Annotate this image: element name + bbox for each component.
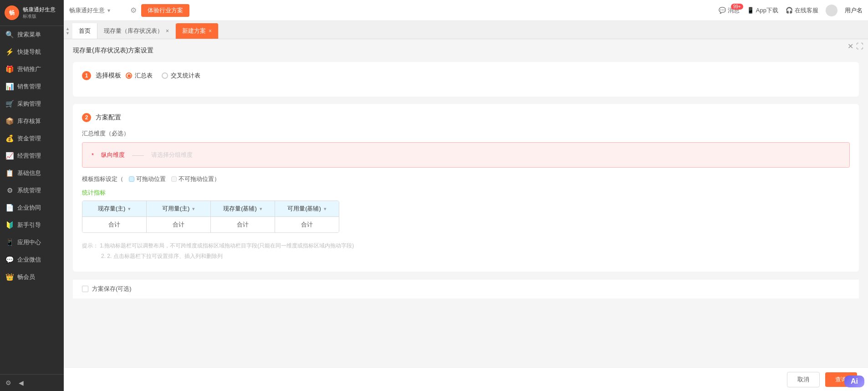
username-label[interactable]: 用户名: [845, 6, 863, 15]
sidebar-collapse-button[interactable]: ◀: [19, 379, 24, 386]
sidebar-item-marketing[interactable]: 🎁 营销推广: [0, 61, 64, 78]
sidebar-item-label: 基础信息: [17, 169, 41, 177]
stats-col-2: 现存量(基辅) ▾ 合计: [211, 201, 275, 232]
service-label: 在线客服: [795, 6, 818, 15]
sidebar-item-wechat[interactable]: 💬 企业微信: [0, 251, 64, 268]
stats-col-1-header: 可用量(主) ▾: [147, 201, 210, 217]
stats-col-1-chevron[interactable]: ▾: [192, 206, 195, 212]
save-checkbox[interactable]: [82, 286, 88, 292]
radio-cross[interactable]: 交叉统计表: [162, 72, 200, 80]
movable-dot: [129, 176, 134, 182]
brand-dropdown-arrow[interactable]: ▾: [107, 7, 110, 14]
sidebar-item-label: 营销推广: [17, 65, 41, 73]
stats-col-0: 现存量(主) ▾ 合计: [82, 201, 147, 232]
quick-nav-icon: ⚡: [5, 48, 14, 56]
ai-badge[interactable]: Ai: [844, 376, 864, 387]
brand-name: 畅康通好生意: [69, 6, 105, 15]
radio-summary-label: 汇总表: [135, 72, 153, 80]
brand-area: 畅康通好生意 ▾: [69, 6, 124, 15]
topbar-right: 💬 消息 99+ 📱 App下载 🎧 在线客服 用户名: [719, 5, 863, 16]
sidebar-item-inventory[interactable]: 📦 库存核算: [0, 113, 64, 130]
stats-col-0-chevron[interactable]: ▾: [128, 206, 131, 212]
radio-cross-label: 交叉统计表: [171, 72, 200, 80]
radio-summary[interactable]: 汇总表: [126, 72, 153, 80]
stats-label: 统计指标: [82, 189, 850, 197]
app-download-button[interactable]: 📱 App下载: [747, 6, 778, 15]
section1-header: 1 选择模板 汇总表 交叉统计表: [82, 71, 850, 80]
finance-icon: 💰: [5, 134, 14, 143]
stats-col-1-label: 可用量(主): [162, 205, 190, 213]
stats-col-2-label: 现存量(基辅): [223, 205, 257, 213]
sidebar-item-guide[interactable]: 🔰 新手引导: [0, 216, 64, 234]
tab-home-label: 首页: [79, 27, 91, 35]
tab-new-plan-label: 新建方案: [182, 27, 206, 35]
operations-icon: 📈: [5, 152, 14, 160]
sidebar-logo: 畅 畅康通好生意 标准版: [0, 0, 64, 26]
tab-new-plan[interactable]: 新建方案 ×: [176, 23, 219, 39]
stats-col-3-chevron[interactable]: ▾: [324, 206, 327, 212]
search-icon: 🔍: [5, 31, 14, 39]
basic-info-icon: 📋: [5, 169, 14, 177]
hint-2-number: 2.: [101, 253, 107, 259]
cancel-button[interactable]: 取消: [787, 372, 820, 387]
apps-icon: 📱: [5, 238, 14, 247]
expand-panel-icon[interactable]: ⛶: [856, 42, 863, 51]
save-option-row: 方案保存(可选): [73, 279, 859, 298]
radio-summary-circle: [126, 72, 132, 79]
sidebar-item-quick-nav[interactable]: ⚡ 快捷导航: [0, 43, 64, 61]
action-bar: 取消 查询: [64, 367, 868, 391]
sidebar-item-purchase[interactable]: 🛒 采购管理: [0, 95, 64, 113]
sidebar-item-label: 应用中心: [17, 238, 41, 247]
sidebar-item-label: 新手引导: [17, 221, 41, 229]
sidebar-item-basic-info[interactable]: 📋 基础信息: [0, 165, 64, 182]
app-download-label: App下载: [756, 6, 778, 15]
guide-icon: 🔰: [5, 221, 14, 229]
sidebar-item-label: 畅会员: [17, 273, 35, 281]
section-choose-template: 1 选择模板 汇总表 交叉统计表: [73, 62, 859, 97]
tab-inventory-status[interactable]: 现存量（库存状况表） ×: [97, 23, 176, 39]
stats-table-header: 现存量(主) ▾ 合计 可用量(主) ▾ 合计: [82, 201, 339, 232]
tab-new-plan-close[interactable]: ×: [209, 28, 212, 34]
dimension-box[interactable]: * 纵向维度 —— 请选择分组维度: [82, 142, 850, 168]
section2-title: 方案配置: [96, 113, 121, 122]
stats-col-0-label: 现存量(主): [98, 205, 126, 213]
app-logo-text: 畅康通好生意 标准版: [23, 6, 56, 20]
tab-scroll-up[interactable]: ▲: [64, 26, 71, 31]
template-radio-group: 汇总表 交叉统计表: [126, 72, 200, 80]
sidebar-item-vip[interactable]: 👑 畅会员: [0, 268, 64, 286]
section1-number: 1: [82, 71, 91, 80]
tab-inventory-status-close[interactable]: ×: [166, 28, 169, 34]
sidebar-item-apps[interactable]: 📱 应用中心: [0, 234, 64, 251]
sidebar-settings-button[interactable]: ⚙: [5, 379, 11, 386]
sidebar-item-label: 系统管理: [17, 186, 41, 195]
fixed-indicator: 不可拖动位置）: [171, 175, 220, 183]
sidebar-footer: ⚙ ◀: [0, 374, 64, 391]
sidebar: 畅 畅康通好生意 标准版 🔍 搜索菜单 ⚡ 快捷导航 🎁 营销推广 📊 销售管理…: [0, 0, 64, 391]
stats-col-2-chevron[interactable]: ▾: [260, 206, 262, 212]
page-title: 现存量(库存状况表)方案设置: [73, 46, 859, 55]
sidebar-item-contract[interactable]: 📄 企业协同: [0, 199, 64, 216]
tab-home[interactable]: 首页: [72, 23, 97, 39]
section2-header: 2 方案配置: [82, 113, 850, 122]
stats-col-0-value: 合计: [82, 217, 146, 232]
sidebar-item-system[interactable]: ⚙ 系统管理: [0, 182, 64, 199]
stats-col-0-header: 现存量(主) ▾: [82, 201, 146, 217]
topbar: 畅康通好生意 ▾ ⚙ 体验行业方案 💬 消息 99+ 📱 App下载 🎧 在线客…: [64, 0, 868, 21]
message-button[interactable]: 💬 消息 99+: [719, 6, 740, 15]
content-header-actions: ✕ ⛶: [843, 39, 868, 53]
purchase-icon: 🛒: [5, 100, 14, 108]
dimension-label: 汇总维度（必选）: [82, 129, 850, 138]
stats-table: 现存量(主) ▾ 合计 可用量(主) ▾ 合计: [82, 201, 339, 233]
sidebar-item-operations[interactable]: 📈 经营管理: [0, 147, 64, 165]
sidebar-item-search[interactable]: 🔍 搜索菜单: [0, 26, 64, 43]
sidebar-item-label: 经营管理: [17, 152, 41, 160]
hint-2: 2. 2. 点击标题栏下拉可设置排序、插入列和删除列: [82, 252, 850, 261]
sidebar-item-finance[interactable]: 💰 资金管理: [0, 130, 64, 147]
close-panel-icon[interactable]: ✕: [848, 42, 853, 51]
tab-scroll-down[interactable]: ▼: [64, 31, 71, 36]
service-button[interactable]: 🎧 在线客服: [786, 6, 818, 15]
trial-button[interactable]: 体验行业方案: [141, 4, 189, 17]
topbar-gear-icon[interactable]: ⚙: [130, 6, 137, 15]
sidebar-item-sales[interactable]: 📊 销售管理: [0, 78, 64, 95]
sales-icon: 📊: [5, 82, 14, 91]
